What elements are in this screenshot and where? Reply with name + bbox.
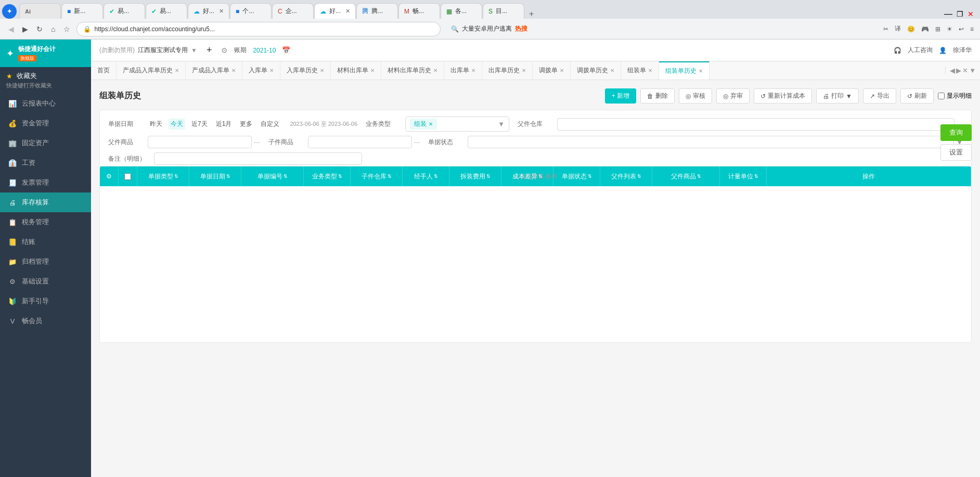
show-detail-checkbox[interactable] <box>938 93 945 99</box>
date-yesterday[interactable]: 昨天 <box>148 119 164 130</box>
restore-button[interactable]: ❐ <box>957 10 963 18</box>
nav-tab-outbound[interactable]: 出库单 ✕ <box>444 61 482 80</box>
th-order-date[interactable]: 单据日期 ⇅ <box>189 166 241 186</box>
business-type-input[interactable]: 组装 ✕ ▼ <box>405 117 509 132</box>
date-1month[interactable]: 近1月 <box>214 119 234 130</box>
nav-tab-inbound[interactable]: 入库单 ✕ <box>242 61 280 80</box>
th-cost-variance[interactable]: 成本差异 ⇅ <box>501 166 553 186</box>
th-disassembly-cost[interactable]: 拆装费用 ⇅ <box>449 166 501 186</box>
nav-tab-produce-inbound-close[interactable]: ✕ <box>231 68 236 73</box>
browser-tab-4[interactable]: ✔ 易... <box>146 3 187 19</box>
scissors-tool[interactable]: ✂ <box>883 25 888 33</box>
th-order-no[interactable]: 单据编号 ⇅ <box>241 166 304 186</box>
browser-tab-9[interactable]: 腾 腾... <box>356 3 398 19</box>
sidebar-item-invoice[interactable]: 🧾 发票管理 <box>0 173 91 192</box>
nav-tab-transfer[interactable]: 调拨单 ✕ <box>533 61 571 80</box>
tabs-close-all[interactable]: ✕ <box>962 67 968 74</box>
nav-tab-outbound-history-close[interactable]: ✕ <box>522 68 526 73</box>
sidebar-item-guide[interactable]: 🔰 新手引导 <box>0 291 91 311</box>
th-handler[interactable]: 经手人 ⇅ <box>403 166 449 186</box>
browser-tab-6[interactable]: ■ 个... <box>230 3 272 19</box>
abandon-button[interactable]: ◎ 弃审 <box>716 88 750 104</box>
browser-tab-10[interactable]: M 畅... <box>398 3 440 19</box>
sidebar-item-archive[interactable]: 📁 归档管理 <box>0 252 91 272</box>
browser-tab-5[interactable]: ☁ 好... ✕ <box>188 3 229 19</box>
nav-tab-produce-inbound[interactable]: 产成品入库单 ✕ <box>186 61 242 80</box>
translate-tool[interactable]: 译 <box>895 24 901 33</box>
tabs-right-arrow[interactable]: ▶ <box>956 67 961 74</box>
user-service-label[interactable]: 人工咨询 <box>908 46 933 55</box>
browser-tab-12[interactable]: S 目... <box>483 3 524 19</box>
th-settings[interactable]: ⚙ <box>100 166 119 186</box>
add-company-button[interactable]: + <box>203 45 215 56</box>
nav-tab-inbound-history-close[interactable]: ✕ <box>320 68 324 73</box>
search-box[interactable]: 🔍 大量安卓用户逃离 热搜 <box>451 24 527 33</box>
nav-tab-outbound-history[interactable]: 出库单历史 ✕ <box>482 61 533 80</box>
nav-tab-assembly[interactable]: 组装单 ✕ <box>621 61 659 80</box>
sidebar-item-cloud-report[interactable]: 📊 云报表中心 <box>0 94 91 113</box>
nav-tab-material-outbound-close[interactable]: ✕ <box>370 68 375 73</box>
set-button[interactable]: 设置 <box>940 144 972 161</box>
nav-tab-material-outbound-history[interactable]: 材料出库单历史 ✕ <box>381 61 444 80</box>
forward-button[interactable]: ▶ <box>20 23 30 35</box>
export-button[interactable]: ↗ 导出 <box>863 88 896 104</box>
date-today[interactable]: 今天 <box>169 119 185 130</box>
nav-tab-transfer-history[interactable]: 调拨单历史 ✕ <box>571 61 621 80</box>
tabs-menu[interactable]: ▼ <box>969 67 976 74</box>
th-child-warehouse[interactable]: 子件仓库 ⇅ <box>351 166 403 186</box>
period-value[interactable]: 2021-10 <box>253 47 276 54</box>
sidebar-item-tax[interactable]: 📋 税务管理 <box>0 212 91 232</box>
nav-tab-inbound-close[interactable]: ✕ <box>269 68 274 73</box>
sidebar-item-fixed-assets[interactable]: 🏢 固定资产 <box>0 133 91 153</box>
username-label[interactable]: 徐泽华 <box>953 46 972 55</box>
tab-8-close[interactable]: ✕ <box>345 8 350 15</box>
date-custom[interactable]: 自定义 <box>259 119 281 130</box>
browser-tab-11[interactable]: ▦ 各... <box>441 3 482 19</box>
nav-tab-inbound-history[interactable]: 入库单历史 ✕ <box>280 61 331 80</box>
new-button[interactable]: + 新增 <box>605 88 636 104</box>
reload-button[interactable]: ↻ <box>34 23 45 35</box>
nav-tab-outbound-close[interactable]: ✕ <box>471 68 475 73</box>
url-box[interactable]: 🔒 https://cloud.chanjet.com/accounting/u… <box>76 22 441 36</box>
business-type-dropdown-icon[interactable]: ▼ <box>498 120 505 128</box>
delete-button[interactable]: 🗑 删除 <box>640 88 675 104</box>
company-selector[interactable]: (勿删勿禁用) 江西服宝测试专用 ▼ <box>99 46 197 55</box>
nav-tab-assembly-history[interactable]: 组装单历史 ✕ <box>659 61 710 80</box>
print-button[interactable]: 🖨 打印 ▼ <box>816 88 859 104</box>
browser-tab-1[interactable]: Ai <box>19 3 61 19</box>
business-type-tag-close[interactable]: ✕ <box>429 121 433 127</box>
nav-tab-transfer-history-close[interactable]: ✕ <box>610 68 614 73</box>
th-order-type[interactable]: 单据类型 ⇅ <box>137 166 189 186</box>
new-tab-button[interactable]: + <box>525 9 538 19</box>
close-button[interactable]: ✕ <box>968 10 974 18</box>
parent-goods-more-btn[interactable]: ··· <box>254 138 260 146</box>
th-order-status[interactable]: 单据状态 ⇅ <box>553 166 600 186</box>
nav-tab-transfer-close[interactable]: ✕ <box>560 68 564 73</box>
home-button[interactable]: ⌂ <box>49 23 57 35</box>
settings-header-icon[interactable]: ⚙ <box>221 46 228 55</box>
undo-tool[interactable]: ↩ <box>959 25 964 33</box>
brightness-tool[interactable]: ☀ <box>947 25 952 33</box>
show-detail-checkbox-label[interactable]: 显示明细 <box>938 92 972 100</box>
sidebar-item-member[interactable]: V 畅会员 <box>0 311 91 331</box>
note-input[interactable] <box>154 152 362 165</box>
game-tool[interactable]: 🎮 <box>921 25 929 33</box>
th-parent-list[interactable]: 父件列表 ⇅ <box>600 166 652 186</box>
nav-tab-material-outbound-history-close[interactable]: ✕ <box>433 68 437 73</box>
recalculate-button[interactable]: ↺ 重新计算成本 <box>754 88 812 104</box>
nav-tab-assembly-close[interactable]: ✕ <box>648 68 652 73</box>
calendar-icon[interactable]: 📅 <box>282 46 290 54</box>
nav-tab-material-outbound[interactable]: 材料出库单 ✕ <box>331 61 381 80</box>
th-parent-goods[interactable]: 父件商品 ⇅ <box>652 166 720 186</box>
nav-tab-produce-inbound-history[interactable]: 产成品入库单历史 ✕ <box>117 61 186 80</box>
th-business-type[interactable]: 业务类型 ⇅ <box>304 166 351 186</box>
parent-goods-input[interactable] <box>148 136 252 148</box>
sidebar-item-fund[interactable]: 💰 资金管理 <box>0 113 91 133</box>
nav-tab-home[interactable]: 首页 <box>91 61 117 80</box>
nav-tab-assembly-history-close[interactable]: ✕ <box>699 68 703 74</box>
tabs-left-arrow[interactable]: ◀ <box>950 67 955 74</box>
sidebar-item-salary[interactable]: 👔 工资 <box>0 153 91 173</box>
sidebar-item-settings[interactable]: ⚙ 基础设置 <box>0 272 91 291</box>
parent-warehouse-input[interactable] <box>557 118 955 131</box>
browser-tab-7[interactable]: C 企... <box>272 3 314 19</box>
